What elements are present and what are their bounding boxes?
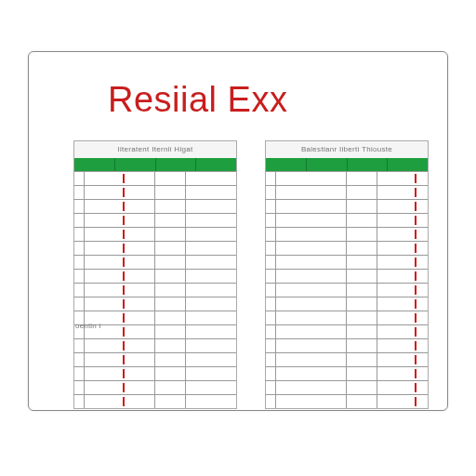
row-index [266, 270, 276, 283]
cell [347, 325, 377, 338]
right-rows-container [265, 171, 428, 408]
red-marker [123, 369, 125, 378]
green-cell [388, 158, 428, 171]
cell [85, 395, 155, 408]
green-cell [307, 158, 348, 171]
cell [155, 256, 186, 269]
cell [377, 284, 428, 297]
page-title: Resiial Exx [108, 80, 287, 120]
cell [186, 298, 236, 311]
cell [377, 339, 428, 352]
red-marker [123, 383, 125, 392]
cell [377, 242, 428, 255]
cell [186, 381, 236, 394]
red-marker [415, 341, 416, 350]
cell [377, 214, 428, 227]
cell [377, 270, 428, 283]
table-row [265, 213, 428, 227]
cell [186, 339, 236, 352]
cell [85, 256, 155, 269]
red-marker [415, 244, 416, 253]
row-index [74, 172, 85, 185]
cell [155, 214, 186, 227]
row-index [266, 353, 276, 366]
left-rows-container [73, 171, 236, 408]
red-marker [415, 230, 416, 239]
row-index [74, 186, 85, 199]
red-marker [415, 383, 416, 392]
red-marker [415, 188, 416, 197]
cell [85, 339, 155, 352]
row-index [266, 256, 276, 269]
cell [85, 367, 155, 380]
cell [155, 270, 186, 283]
green-cell [115, 158, 156, 171]
row-index [74, 200, 85, 213]
table-row [265, 324, 428, 338]
row-index [266, 339, 276, 352]
cell [276, 311, 347, 324]
red-marker [123, 202, 125, 211]
cell [186, 214, 236, 227]
cell [377, 381, 428, 394]
cell [155, 353, 186, 366]
table-row [265, 227, 428, 241]
cell [347, 395, 377, 408]
cell [85, 172, 155, 185]
cell [186, 270, 236, 283]
cell [186, 395, 236, 408]
cell [347, 381, 377, 394]
red-marker [415, 299, 416, 309]
cell [155, 367, 186, 380]
cell [347, 298, 377, 311]
content-frame: Resiial Exx Iiteratent Iternii Higat Bal… [28, 51, 448, 411]
table-row [73, 380, 236, 394]
row-index [266, 186, 276, 199]
cell [276, 270, 347, 283]
green-cell [196, 158, 236, 171]
cell [186, 256, 236, 269]
cell [186, 186, 236, 199]
row-index [74, 298, 85, 311]
row-index [74, 353, 85, 366]
table-row [73, 171, 236, 185]
red-marker [415, 355, 416, 364]
row-index [74, 270, 85, 283]
cell [186, 242, 236, 255]
cell [155, 186, 186, 199]
row-index [74, 228, 85, 241]
cell [155, 242, 186, 255]
table-row [265, 255, 428, 269]
row-index [266, 214, 276, 227]
cell [347, 270, 377, 283]
row-index [266, 284, 276, 297]
cell [377, 228, 428, 241]
row-index [266, 325, 276, 338]
red-marker [123, 341, 125, 350]
red-marker [415, 285, 416, 295]
red-marker [123, 355, 125, 364]
cell [347, 172, 377, 185]
cell [347, 228, 377, 241]
red-marker [123, 188, 125, 197]
cell [377, 298, 428, 311]
cell [155, 200, 186, 213]
cell [186, 367, 236, 380]
red-marker [415, 258, 416, 267]
red-marker [415, 174, 416, 183]
cell [85, 353, 155, 366]
table-row [73, 227, 236, 241]
table-row [73, 394, 236, 408]
cell [276, 186, 347, 199]
cell [155, 298, 186, 311]
row-index [74, 256, 85, 269]
cell [377, 353, 428, 366]
green-cell [348, 158, 389, 171]
row-index [74, 381, 85, 394]
cell [276, 172, 347, 185]
row-index [266, 395, 276, 408]
cell [155, 339, 186, 352]
row-index [74, 242, 85, 255]
cell [276, 228, 347, 241]
red-marker [415, 397, 416, 406]
